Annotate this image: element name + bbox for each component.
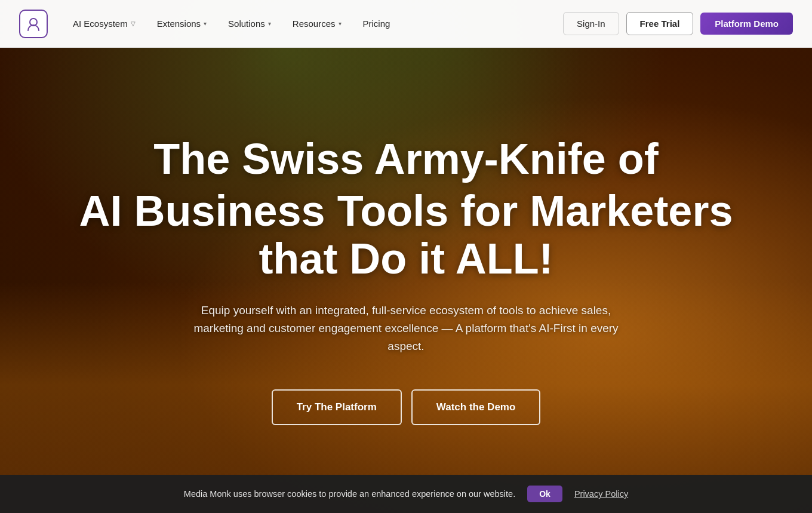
nav-label-ai-ecosystem: AI Ecosystem <box>73 19 128 29</box>
nav-item-extensions[interactable]: Extensions ▾ <box>146 14 217 33</box>
hero-title-line2: AI Business Tools for Marketers that Do … <box>48 188 764 282</box>
hero-subtitle: Equip yourself with an integrated, full-… <box>191 302 621 356</box>
nav-chevron-solutions: ▾ <box>268 20 271 27</box>
try-platform-button[interactable]: Try The Platform <box>272 389 402 425</box>
nav-links: AI Ecosystem ▽ Extensions ▾ Solutions ▾ … <box>62 14 401 33</box>
nav-chevron-resources: ▾ <box>339 20 342 27</box>
cookie-message: Media Monk uses browser cookies to provi… <box>184 489 515 499</box>
cookie-banner: Media Monk uses browser cookies to provi… <box>0 475 812 513</box>
cookie-ok-button[interactable]: Ok <box>527 486 562 502</box>
navbar: AI Ecosystem ▽ Extensions ▾ Solutions ▾ … <box>0 0 812 48</box>
nav-label-resources: Resources <box>293 19 336 29</box>
nav-label-pricing: Pricing <box>363 19 390 29</box>
nav-chevron-extensions: ▾ <box>204 20 207 27</box>
nav-right: Sign-In Free Trial Platform Demo <box>563 12 793 35</box>
watch-demo-button[interactable]: Watch the Demo <box>411 389 541 425</box>
nav-item-solutions[interactable]: Solutions ▾ <box>217 14 282 33</box>
nav-item-pricing[interactable]: Pricing <box>352 14 401 33</box>
free-trial-button[interactable]: Free Trial <box>626 12 694 35</box>
nav-label-solutions: Solutions <box>228 19 265 29</box>
logo-icon <box>19 10 48 38</box>
nav-label-extensions: Extensions <box>157 19 201 29</box>
platform-demo-button[interactable]: Platform Demo <box>700 13 793 35</box>
hero-title-line1: The Swiss Army-Knife of <box>153 136 658 183</box>
privacy-policy-link[interactable]: Privacy Policy <box>574 489 628 499</box>
signin-button[interactable]: Sign-In <box>563 12 619 35</box>
hero-section: The Swiss Army-Knife of AI Business Tool… <box>0 48 812 513</box>
nav-item-resources[interactable]: Resources ▾ <box>282 14 352 33</box>
hero-buttons: Try The Platform Watch the Demo <box>272 389 541 425</box>
nav-chevron-ai-ecosystem: ▽ <box>131 20 136 27</box>
logo-wrap[interactable] <box>19 10 48 38</box>
nav-item-ai-ecosystem[interactable]: AI Ecosystem ▽ <box>62 14 146 33</box>
nav-left: AI Ecosystem ▽ Extensions ▾ Solutions ▾ … <box>19 10 401 38</box>
